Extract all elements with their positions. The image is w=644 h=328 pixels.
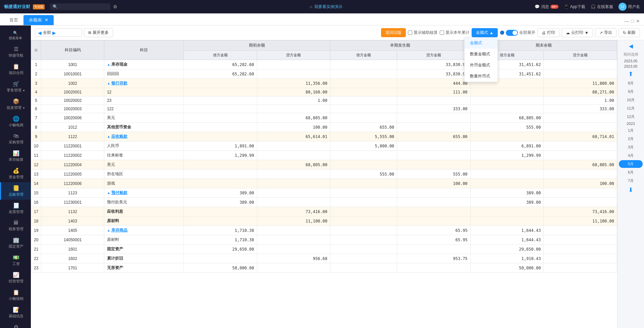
search-box-top[interactable]: 🔍 <box>50 3 110 10</box>
window-minimize-icon[interactable]: — <box>625 18 629 24</box>
row-num-12: 13 <box>31 170 41 179</box>
show-auxiliary-checkbox[interactable]: 显示辅助核算 <box>408 30 438 36</box>
sidebar-item-report[interactable]: 📋 小畅报销 <box>0 286 31 304</box>
month-4[interactable]: 4月 <box>619 152 643 159</box>
dropdown-item-qty-amount[interactable]: 数量金额式 <box>465 49 497 60</box>
window-close-icon[interactable]: ✕ <box>636 18 640 24</box>
sidebar-item-project[interactable]: 📋 项目合同 <box>0 61 31 78</box>
search-filter-box[interactable]: ◀ 全部 ▶ <box>35 28 82 37</box>
account-name-7[interactable]: 其他货币资金 <box>104 123 183 132</box>
message-btn[interactable]: 💬 消息 99+ <box>535 4 558 10</box>
demo-link[interactable]: 我要看实例演示 <box>314 4 342 10</box>
account-name-16[interactable]: 应收利息 <box>104 207 183 216</box>
sidebar-search[interactable]: 🔍 搜索菜单 <box>0 28 31 43</box>
dropdown-item-foreign-amount[interactable]: 外币金额式 <box>465 60 497 71</box>
view-mode-btn[interactable]: 金额式 ▲ <box>472 28 498 37</box>
return-old-label: 退回旧版 <box>385 30 401 36</box>
right-panel-up-icon[interactable]: ⬆ <box>618 69 643 79</box>
sidebar-item-ecommerce[interactable]: 🌐 小畅电商 <box>0 113 31 130</box>
sidebar-item-system[interactable]: ⚙ 系统管理 <box>0 321 31 328</box>
tab-balance[interactable]: 余额表 ✕ <box>23 15 54 25</box>
sidebar-item-purchase[interactable]: 🛍 采购管理 <box>0 130 31 147</box>
table-container[interactable]: ⚙ 科目编码 科目 期初余额 本 <box>31 40 617 328</box>
month-1[interactable]: 1月 <box>619 127 643 134</box>
collapse-right-icon[interactable]: ◀ <box>629 43 633 49</box>
month-7[interactable]: 7月 <box>619 177 643 185</box>
month-3[interactable]: 3月 <box>619 143 643 151</box>
app-download-btn[interactable]: 📱 App下载 <box>564 4 585 10</box>
table-settings-icon[interactable]: ⚙ <box>34 48 38 53</box>
tab-home[interactable]: 首页 <box>4 15 23 25</box>
month-11[interactable]: 11月 <box>619 105 643 112</box>
ob_debit-12 <box>184 170 257 179</box>
expand-more-btn[interactable]: ⊞ 展开更多 <box>84 28 113 37</box>
expand-icon-2[interactable]: ▲ <box>107 81 111 85</box>
sidebar-item-invoice[interactable]: 🧾 发票管理 <box>0 200 31 217</box>
month-12[interactable]: 12月 <box>619 113 643 121</box>
right-panel-toggle[interactable]: ◀ <box>618 42 643 51</box>
export-btn[interactable]: ↗ 导出 <box>595 28 616 37</box>
tab-close-icon[interactable]: ✕ <box>45 17 48 22</box>
refresh-btn[interactable]: ↻ 刷新 <box>619 28 640 37</box>
sidebar-item-nav[interactable]: ☰ 快捷导航 <box>0 43 31 61</box>
ob_credit-2: 11,356.00 <box>257 79 330 88</box>
return-old-btn[interactable]: 退回旧版 <box>381 28 406 37</box>
sidebar-item-assets[interactable]: 🏢 固定资产 <box>0 234 31 252</box>
print-btn[interactable]: 🖨 打印 <box>537 28 559 37</box>
user-avatar[interactable]: U 用户名 <box>619 3 640 11</box>
window-maximize-icon[interactable]: □ <box>631 18 634 24</box>
cb_credit-6 <box>544 113 617 123</box>
month-9[interactable]: 9月 <box>619 88 643 95</box>
account-name-0[interactable]: ▲ 库存现金 <box>104 60 183 69</box>
account-name-21[interactable]: 累计折旧 <box>104 254 183 263</box>
account-name-14[interactable]: ▲ 预付账款 <box>104 188 183 198</box>
account-name-17[interactable]: 原材料 <box>104 216 183 226</box>
sidebar-item-wholesale[interactable]: 📦 批发管理 ▼ <box>0 95 31 113</box>
col-settings[interactable]: ⚙ <box>31 41 41 60</box>
ob_credit-7: 100.00 <box>257 123 330 132</box>
sidebar-item-capital[interactable]: 💰 资金管理 <box>0 165 31 182</box>
dropdown-item-amount[interactable]: 金额式 <box>465 38 497 49</box>
expand-all-toggle[interactable] <box>506 30 518 36</box>
right-panel-down-icon[interactable]: ⬇ <box>618 185 643 195</box>
sidebar-item-salary[interactable]: 💵 工资 <box>0 252 31 269</box>
expand-icon-18[interactable]: ▲ <box>107 228 111 232</box>
down-icon[interactable]: ⬇ <box>628 187 633 193</box>
expand-icon-8[interactable]: ▲ <box>107 135 111 138</box>
qty-amount-label: 数量金额式 <box>470 52 490 56</box>
row-num-3: 4 <box>31 88 41 96</box>
account-name-22[interactable]: 无形资产 <box>104 263 183 273</box>
dropdown-item-qty-foreign[interactable]: 数量外币式 <box>465 71 497 82</box>
settings-top-icon[interactable]: ⚙ <box>113 4 117 9</box>
account-name-8[interactable]: ▲ 应收账款 <box>104 132 183 141</box>
month-5[interactable]: 5月 <box>619 160 643 168</box>
expand-icon-14[interactable]: ▲ <box>107 191 111 195</box>
auxiliary-input[interactable] <box>408 30 412 35</box>
forward-icon[interactable]: ▶ <box>52 30 56 36</box>
month-2[interactable]: 2月 <box>619 135 643 143</box>
capital-icon: 💰 <box>2 168 30 174</box>
cloud-print-btn[interactable]: ☁ 云打印 ▼ <box>561 28 593 37</box>
ytd-input[interactable] <box>440 30 444 35</box>
print-label: 打印 <box>547 30 555 36</box>
sidebar-item-inventory[interactable]: 📊 库存核算 <box>0 147 31 165</box>
sidebar-item-gl[interactable]: 📒 总账管理 <box>0 182 31 200</box>
back-icon[interactable]: ◀ <box>38 30 42 36</box>
title-input[interactable] <box>60 4 93 9</box>
month-8[interactable]: 8月 <box>619 79 643 87</box>
up-icon[interactable]: ⬆ <box>628 71 633 77</box>
sidebar-item-operations[interactable]: 📈 经营管理 <box>0 269 31 286</box>
expand-all-label[interactable]: 🔵 全部展开 <box>500 30 535 36</box>
online-service-btn[interactable]: 🎧 在线客服 <box>591 4 613 10</box>
month-6[interactable]: 6月 <box>619 169 643 176</box>
show-ytd-checkbox[interactable]: 显示本年累计 <box>440 30 470 36</box>
account-name-18[interactable]: ▲ 库存商品 <box>104 226 183 235</box>
expand-icon-0[interactable]: ▲ <box>107 63 111 66</box>
account-name-2[interactable]: ▲ 银行存款 <box>104 79 183 88</box>
sidebar-item-basic[interactable]: 📝 基础信息 <box>0 304 31 321</box>
sidebar-item-tax[interactable]: 🏛 税务管理 <box>0 217 31 234</box>
message-badge: 99+ <box>550 5 558 9</box>
month-10[interactable]: 10月 <box>619 96 643 104</box>
account-name-20[interactable]: 固定资产 <box>104 245 183 254</box>
sidebar-item-retail[interactable]: 🛒 零售管理 ▼ <box>0 78 31 95</box>
